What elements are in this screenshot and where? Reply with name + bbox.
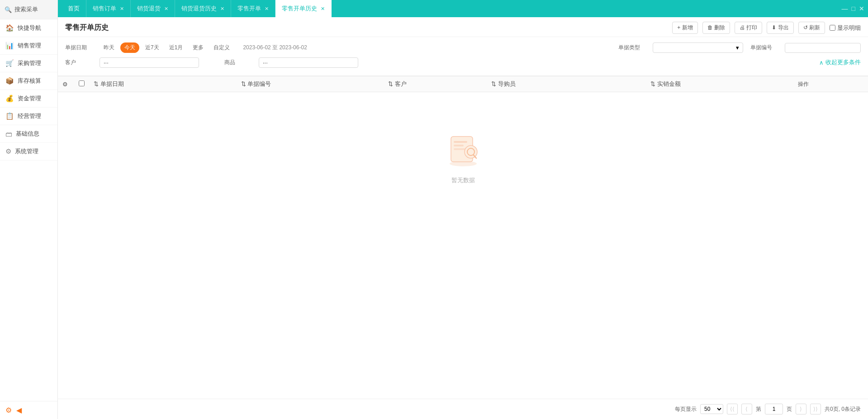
action-col-header: 操作 [793, 76, 868, 92]
total-info: 共0页, 0条记录 [825, 405, 861, 413]
tab-sales-return-history[interactable]: 销货退货历史✕ [175, 0, 231, 17]
tabs-container: 首页销售订单✕销货退货✕销货退货历史✕零售开单✕零售开单历史✕ [62, 0, 842, 17]
date-btn-近7天[interactable]: 近7天 [141, 42, 163, 53]
empty-text: 暂无数据 [451, 176, 475, 184]
customer-filter-input[interactable]: ··· [100, 57, 199, 68]
sidebar-item-operations[interactable]: 📋经营管理 [0, 108, 57, 125]
check-col-header[interactable] [74, 76, 89, 92]
empty-state: 暂无数据 [58, 92, 868, 221]
sidebar-item-sales-mgmt[interactable]: 📊销售管理 [0, 37, 57, 55]
customer-col-header[interactable]: ⇅ 客户 [384, 76, 487, 92]
filter-row-1: 单据日期 昨天今天近7天近1月更多自定义 2023-06-02 至 2023-0… [65, 42, 861, 53]
tab-close-retail-open[interactable]: ✕ [265, 6, 269, 12]
window-close[interactable]: ✕ [859, 5, 864, 12]
inventory-icon: 📦 [5, 77, 14, 85]
svg-rect-4 [454, 148, 465, 150]
tab-label-retail-open-history: 零售开单历史 [282, 5, 317, 13]
collapse-filter-btn[interactable]: ∧ 收起更多条件 [819, 56, 861, 68]
number-filter-input[interactable] [785, 43, 861, 53]
collapse-sidebar-icon[interactable]: ◀ [16, 406, 22, 414]
table-header: ⚙ ⇅ 单据日期 ⇅ 单据编号 ⇅ 客户 [58, 76, 868, 92]
main-area: 首页销售订单✕销货退货✕销货退货历史✕零售开单✕零售开单历史✕ — □ ✕ 零售… [58, 0, 868, 419]
tab-retail-open-history[interactable]: 零售开单历史✕ [275, 0, 332, 17]
page-suffix: 页 [787, 405, 792, 413]
next-page-btn[interactable]: ⟩ [796, 404, 806, 414]
settings-col-header[interactable]: ⚙ [58, 76, 74, 92]
window-minimize[interactable]: — [842, 5, 848, 12]
tab-bar: 首页销售订单✕销货退货✕销货退货历史✕零售开单✕零售开单历史✕ — □ ✕ [58, 0, 868, 17]
sidebar-item-purchase-mgmt[interactable]: 🛒采购管理 [0, 55, 57, 72]
svg-rect-2 [454, 141, 467, 143]
sidebar-bottom: ⚙ ◀ [0, 401, 57, 419]
page-size-select[interactable]: 102050100 [700, 404, 723, 414]
sidebar-item-finance[interactable]: 💰资金管理 [0, 90, 57, 108]
tab-label-sales-order: 销售订单 [93, 5, 116, 13]
select-all-checkbox[interactable] [79, 80, 85, 86]
export-button[interactable]: ⬇ 导出 [767, 22, 793, 34]
table-settings-icon[interactable]: ⚙ [62, 81, 68, 88]
date-col-header[interactable]: ⇅ 单据日期 [89, 76, 237, 92]
date-btn-近1月[interactable]: 近1月 [165, 42, 187, 53]
tab-close-sales-return-history[interactable]: ✕ [220, 6, 224, 12]
date-btn-更多[interactable]: 更多 [189, 42, 208, 53]
content-area: 零售开单历史 + 新增 🗑 删除 🖨 打印 ⬇ 导出 ↺ 刷新 显示明细 单据日… [58, 17, 868, 419]
svg-rect-3 [454, 145, 464, 146]
sidebar-item-quick-nav[interactable]: 🏠快捷导航 [0, 19, 57, 37]
print-button[interactable]: 🖨 打印 [735, 22, 762, 34]
customer-filter-label: 客户 [65, 59, 92, 66]
prev-page-btn[interactable]: ⟨ [741, 404, 752, 414]
sidebar: 🔍 搜索采单 🏠快捷导航📊销售管理🛒采购管理📦库存核算💰资金管理📋经营管理🗃基础… [0, 0, 58, 419]
tab-retail-open[interactable]: 零售开单✕ [231, 0, 275, 17]
amount-col-label: ⇅ 实销金额 [650, 80, 681, 87]
date-btn-昨天[interactable]: 昨天 [100, 42, 119, 53]
add-button[interactable]: + 新增 [672, 22, 697, 34]
settings-bottom-icon[interactable]: ⚙ [5, 406, 12, 414]
page-size-label: 每页显示 [675, 405, 697, 413]
tab-label-sales-return: 销货退货 [137, 5, 161, 13]
toolbar: + 新增 🗑 删除 🖨 打印 ⬇ 导出 ↺ 刷新 显示明细 [672, 22, 861, 34]
number-col-header[interactable]: ⇅ 单据编号 [237, 76, 384, 92]
tab-close-sales-return[interactable]: ✕ [164, 6, 168, 12]
window-maximize[interactable]: □ [852, 5, 855, 12]
date-btn-今天[interactable]: 今天 [120, 42, 139, 53]
goods-filter-input[interactable]: ··· [259, 57, 358, 68]
date-filter-label: 单据日期 [65, 44, 92, 52]
customer-col-label: ⇅ 客户 [388, 80, 407, 87]
first-page-btn[interactable]: ⟨⟨ [727, 404, 738, 414]
amount-col-header[interactable]: ⇅ 实销金额 [646, 76, 793, 92]
last-page-btn[interactable]: ⟩⟩ [810, 404, 821, 414]
tab-close-sales-order[interactable]: ✕ [120, 6, 124, 12]
tab-close-retail-open-history[interactable]: ✕ [321, 6, 325, 12]
type-select-arrow: ▾ [736, 44, 739, 51]
page-label: 第 [756, 405, 761, 413]
customer-placeholder: ··· [104, 59, 109, 66]
show-detail-input[interactable] [830, 25, 835, 31]
tab-sales-return[interactable]: 销货退货✕ [131, 0, 175, 17]
page-number-input[interactable] [765, 404, 783, 414]
sidebar-item-sys-mgmt[interactable]: ⚙系统管理 [0, 143, 57, 160]
inventory-label: 库存核算 [18, 77, 41, 85]
date-col-label: ⇅ 单据日期 [94, 80, 124, 87]
date-range-text: 2023-06-02 至 2023-06-02 [243, 44, 307, 52]
sidebar-item-inventory[interactable]: 📦库存核算 [0, 72, 57, 90]
page-title: 零售开单历史 [65, 23, 109, 33]
number-filter-label: 单据编号 [750, 44, 778, 52]
quick-nav-icon: 🏠 [5, 24, 14, 32]
tab-home[interactable]: 首页 [62, 0, 86, 17]
tab-sales-order[interactable]: 销售订单✕ [86, 0, 131, 17]
refresh-button[interactable]: ↺ 刷新 [798, 22, 825, 34]
type-filter-select[interactable]: ▾ [653, 42, 743, 53]
date-btn-自定义[interactable]: 自定义 [209, 42, 234, 53]
sales-mgmt-label: 销售管理 [18, 42, 41, 50]
goods-filter-label: 商品 [224, 59, 251, 66]
show-detail-checkbox[interactable]: 显示明细 [830, 24, 861, 32]
salesperson-col-header[interactable]: ⇅ 导购员 [487, 76, 612, 92]
sidebar-search[interactable]: 🔍 搜索采单 [0, 0, 57, 19]
collapse-label: 收起更多条件 [825, 58, 861, 66]
sidebar-item-basic-info[interactable]: 🗃基础信息 [0, 125, 57, 143]
quick-nav-label: 快捷导航 [18, 24, 41, 32]
filter-area: 单据日期 昨天今天近7天近1月更多自定义 2023-06-02 至 2023-0… [58, 37, 868, 76]
delete-button[interactable]: 🗑 删除 [702, 22, 730, 34]
sales-mgmt-icon: 📊 [5, 42, 14, 50]
sidebar-search-label: 搜索采单 [14, 5, 38, 14]
